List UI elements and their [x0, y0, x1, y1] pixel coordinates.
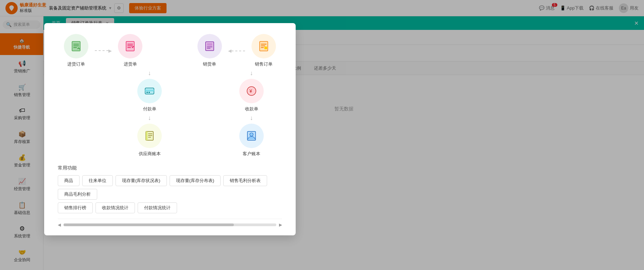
svg-point-20	[149, 92, 150, 93]
flow-node-supplier-ledger[interactable]: 供应商账本	[126, 124, 173, 157]
cf-btn-payment-stat[interactable]: 付款情况统计	[138, 202, 177, 213]
scroll-track[interactable]	[64, 223, 276, 226]
common-functions: 常用功能 商品 往来单位 现存量(库存状况表) 现存量(库存分布表) 销售毛利分…	[58, 165, 282, 213]
flow-diagram: 进货订单 ▶ 进货单	[58, 34, 282, 160]
svg-point-29	[250, 133, 253, 136]
cf-btn-partner[interactable]: 往来单位	[82, 175, 113, 186]
flow-node-payment[interactable]: 付款单	[126, 79, 173, 112]
collection-icon: ¥	[239, 79, 264, 103]
cf-btn-sales-gross[interactable]: 销售毛利分析表	[223, 175, 267, 186]
arrow-down-payment: ↓	[126, 115, 173, 121]
cf-buttons-row2: 销售排行榜 收款情况统计 付款情况统计	[58, 202, 282, 213]
scroll-left-btn[interactable]: ◀	[58, 222, 61, 227]
flow-row-1: 进货订单 ▶ 进货单	[58, 34, 282, 67]
scroll-bar: ◀ ▶	[58, 219, 282, 227]
cf-title: 常用功能	[58, 165, 282, 171]
flow-node-purchase-order[interactable]: 进货订单	[58, 34, 95, 67]
flow-node-customer-ledger[interactable]: 客户账本	[228, 124, 275, 157]
svg-text:¥: ¥	[249, 88, 252, 94]
modal-overlay[interactable]: 进货订单 ▶ 进货单	[0, 0, 644, 270]
sales-bill-icon	[197, 34, 222, 58]
cf-btn-stock-status[interactable]: 现存量(库存状况表)	[116, 175, 167, 186]
arrow-down-collection: ↓	[228, 115, 275, 121]
svg-rect-18	[145, 90, 154, 91]
svg-rect-9	[207, 43, 212, 46]
arrow-down-sales: ↓	[228, 70, 275, 76]
scroll-right-btn[interactable]: ▶	[279, 222, 282, 227]
purchase-order-icon	[64, 34, 88, 58]
flow-node-purchase-bill[interactable]: 进货单	[112, 34, 149, 67]
flow-node-sales-bill[interactable]: 销货单	[191, 34, 228, 67]
supplier-ledger-icon	[137, 124, 162, 148]
cf-buttons: 商品 往来单位 现存量(库存状况表) 现存量(库存分布表) 销售毛利分析表 商品…	[58, 175, 282, 200]
cf-btn-goods[interactable]: 商品	[58, 175, 80, 186]
customer-ledger-icon	[239, 124, 264, 148]
arrow-h-1: ▶	[95, 48, 112, 53]
flow-node-sales-order[interactable]: 销售订单	[245, 34, 282, 67]
svg-point-19	[146, 92, 148, 93]
payment-icon	[137, 79, 162, 103]
svg-rect-8	[206, 42, 214, 51]
flow-connector-row-2: ↓ ↓	[58, 115, 282, 121]
arrow-h-2: ▶	[228, 48, 245, 53]
arrow-down-purchase: ↓	[126, 70, 173, 76]
cf-btn-sales-rank[interactable]: 销售排行榜	[58, 202, 93, 213]
purchase-bill-icon	[118, 34, 142, 58]
svg-rect-24	[146, 131, 147, 140]
cf-btn-collection-stat[interactable]: 收款情况统计	[95, 202, 135, 213]
flow-row-2: 付款单 ¥ 收款单	[58, 79, 282, 112]
flow-row-3: 供应商账本 客户账本	[58, 124, 282, 157]
flow-connector-row: ↓ ↓	[58, 70, 282, 76]
quick-nav-modal: 进货订单 ▶ 进货单	[44, 23, 296, 235]
flow-node-collection[interactable]: ¥ 收款单	[228, 79, 275, 112]
cf-btn-goods-gross[interactable]: 商品毛利分析	[58, 189, 97, 200]
scroll-thumb	[64, 223, 234, 226]
svg-rect-16	[264, 47, 267, 49]
sales-order-icon	[251, 34, 276, 58]
cf-btn-stock-dist[interactable]: 现存量(库存分布表)	[170, 175, 221, 186]
